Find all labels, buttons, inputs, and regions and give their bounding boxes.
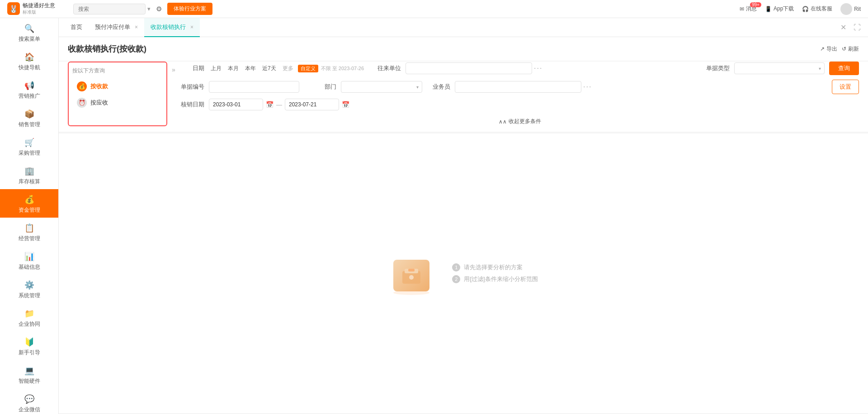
tab-home-label: 首页 (71, 23, 82, 31)
receipt-option-icon: 💰 (77, 81, 87, 91)
filter-row-2: 单据编号 部门 ▾ 业务员 ··· 设置 (181, 80, 859, 94)
filter-row-3: 核销日期 📅 — 📅 (181, 99, 859, 110)
page-actions: ↗ 导出 ↺ 刷新 (820, 45, 859, 59)
tab-prepay-close[interactable]: × (135, 24, 138, 30)
sidebar-item-collab[interactable]: 📁 企业协同 (0, 303, 58, 332)
sidebar-label-system: 系统管理 (19, 292, 40, 300)
date-tab-more[interactable]: 更多 (281, 64, 295, 73)
sidebar-label-collab: 企业协同 (19, 320, 40, 328)
empty-hint-1: 1 请先选择要分析的方案 (452, 263, 538, 271)
export-button[interactable]: ↗ 导出 (820, 45, 837, 53)
logo-sub: 标准版 (23, 9, 55, 15)
date-tab-this-year[interactable]: 本年 (243, 64, 258, 73)
filter-option-by-receivable[interactable]: ⏰ 按应收 (72, 95, 163, 111)
staff-label: 业务员 (427, 83, 450, 91)
filter-left-panel: 按以下方查询 💰 按收款 ⏰ 按应收 (68, 62, 167, 126)
settings-button[interactable]: 设置 (832, 80, 859, 94)
staff-input[interactable] (455, 81, 581, 93)
writeoff-date-range: 📅 — 📅 (209, 99, 349, 110)
sidebar-item-nav[interactable]: 🏠 快捷导航 (0, 47, 58, 75)
sidebar-label-base: 基础信息 (19, 263, 40, 271)
content-area: 收款核销执行(按收款) ↗ 导出 ↺ 刷新 按以下方查询 💰 按收款 (59, 37, 868, 414)
voucher-no-label: 单据编号 (181, 83, 204, 91)
counterpart-input[interactable] (406, 62, 532, 74)
search-icon: 🔍 (24, 24, 34, 33)
date-badge-custom[interactable]: 自定义 (298, 65, 318, 72)
writeoff-end-input[interactable] (285, 99, 339, 110)
empty-state: 1 请先选择要分析的方案 2 用[过滤]条件来缩小分析范围 (59, 133, 868, 413)
voucher-type-select[interactable] (734, 62, 825, 74)
sidebar-item-purchase[interactable]: 🛒 采购管理 (0, 132, 58, 161)
sidebar-item-marketing[interactable]: 📢 营销推广 (0, 75, 58, 104)
sidebar-label-nav: 快捷导航 (19, 64, 40, 71)
app-icon: 📱 (765, 6, 772, 12)
sidebar-item-sales[interactable]: 📦 销售管理 (0, 104, 58, 132)
sidebar-item-system[interactable]: ⚙️ 系统管理 (0, 275, 58, 303)
writeoff-start-cal-icon[interactable]: 📅 (266, 101, 274, 108)
operations-icon: 📋 (24, 223, 34, 233)
sidebar-item-base[interactable]: 📊 基础信息 (0, 246, 58, 275)
voucher-type-label: 单据类型 (706, 64, 730, 72)
logo-icon: 🐰 (7, 2, 20, 15)
sidebar-item-inventory[interactable]: 🏢 库存核算 (0, 161, 58, 189)
tabbar: 首页 预付冲应付单 × 收款核销执行 × ✕ ⛶ (59, 18, 868, 37)
sidebar-item-guide[interactable]: 🔰 新手引导 (0, 332, 58, 360)
sidebar-item-weixin[interactable]: 💬 企业微信 (0, 389, 58, 414)
tabbar-actions: ✕ ⛶ (839, 21, 863, 33)
tab-home[interactable]: 首页 (64, 18, 89, 37)
solution-button[interactable]: 体验行业方案 (167, 3, 212, 15)
service-icon: 🎧 (802, 6, 809, 12)
system-icon: ⚙️ (24, 280, 34, 290)
user-avatar[interactable]: Rit (840, 3, 861, 15)
voucher-no-input[interactable] (209, 81, 299, 93)
sidebar-item-search[interactable]: 🔍 搜索菜单 (0, 18, 58, 47)
date-tab-this-month[interactable]: 本月 (226, 64, 241, 73)
sidebar-label-weixin: 企业微信 (19, 406, 40, 414)
logo: 🐰 畅捷通好生意 标准版 (7, 2, 66, 15)
online-service-btn[interactable]: 🎧 在线客服 (802, 5, 832, 13)
sidebar-item-operations[interactable]: 📋 经营管理 (0, 218, 58, 246)
tab-writeoff-close[interactable]: × (190, 24, 193, 30)
topbar: 🐰 畅捷通好生意 标准版 ▾ ⚙ 体验行业方案 ✉ 消息 99+ 📱 App下载… (0, 0, 868, 18)
date-tab-7days[interactable]: 近7天 (260, 64, 278, 73)
message-icon: ✉ (740, 6, 744, 12)
hardware-icon: 💻 (24, 366, 34, 376)
empty-shadow (393, 290, 429, 295)
tab-prepay[interactable]: 预付冲应付单 × (89, 18, 144, 37)
staff-dots-btn[interactable]: ··· (583, 83, 592, 91)
writeoff-start-input[interactable] (209, 99, 263, 110)
writeoff-date-label: 核销日期 (181, 100, 204, 109)
sidebar-label-purchase: 采购管理 (19, 149, 40, 157)
query-button[interactable]: 查询 (829, 62, 859, 75)
finance-icon: 💰 (24, 195, 34, 205)
sidebar-item-finance[interactable]: 💰 资金管理 (0, 189, 58, 218)
sidebar-label-inventory: 库存核算 (19, 178, 40, 186)
close-window-icon[interactable]: ✕ (839, 21, 848, 33)
sidebar-label-operations: 经营管理 (19, 235, 40, 243)
filter-option-by-receipt[interactable]: 💰 按收款 (72, 78, 163, 95)
page-title-bar: 收款核销执行(按收款) ↗ 导出 ↺ 刷新 (59, 37, 868, 61)
refresh-icon: ↺ (842, 46, 846, 52)
message-btn[interactable]: ✉ 消息 99+ (740, 5, 757, 13)
page-title: 收款核销执行(按收款) (68, 43, 146, 61)
hint-text-2: 用[过滤]条件来缩小分析范围 (464, 275, 538, 283)
tab-writeoff[interactable]: 收款核销执行 × (144, 18, 200, 37)
collapse-more-btn[interactable]: ∧∧ 收起更多条件 (181, 115, 859, 126)
counterpart-dots-btn[interactable]: ··· (534, 64, 542, 72)
sales-icon: 📦 (24, 109, 34, 119)
date-tab-last-month[interactable]: 上月 (209, 64, 223, 73)
sidebar-item-hardware[interactable]: 💻 智能硬件 (0, 360, 58, 389)
empty-hint-2: 2 用[过滤]条件来缩小分析范围 (452, 275, 538, 283)
search-arrow-icon[interactable]: ▾ (147, 5, 151, 12)
search-input[interactable] (73, 4, 146, 14)
empty-box-icon (393, 260, 429, 291)
expand-window-icon[interactable]: ⛶ (852, 22, 863, 33)
collab-icon: 📁 (24, 309, 34, 319)
collapse-filter-btn[interactable]: » (172, 62, 181, 126)
filter-form: 日期 上月 本月 本年 近7天 更多 自定义 不限 至 2023-07-26 往… (181, 62, 859, 126)
gear-icon[interactable]: ⚙ (156, 5, 162, 13)
refresh-button[interactable]: ↺ 刷新 (842, 45, 859, 53)
app-download-btn[interactable]: 📱 App下载 (765, 5, 794, 13)
writeoff-end-cal-icon[interactable]: 📅 (342, 101, 349, 108)
dept-select[interactable] (341, 81, 422, 93)
